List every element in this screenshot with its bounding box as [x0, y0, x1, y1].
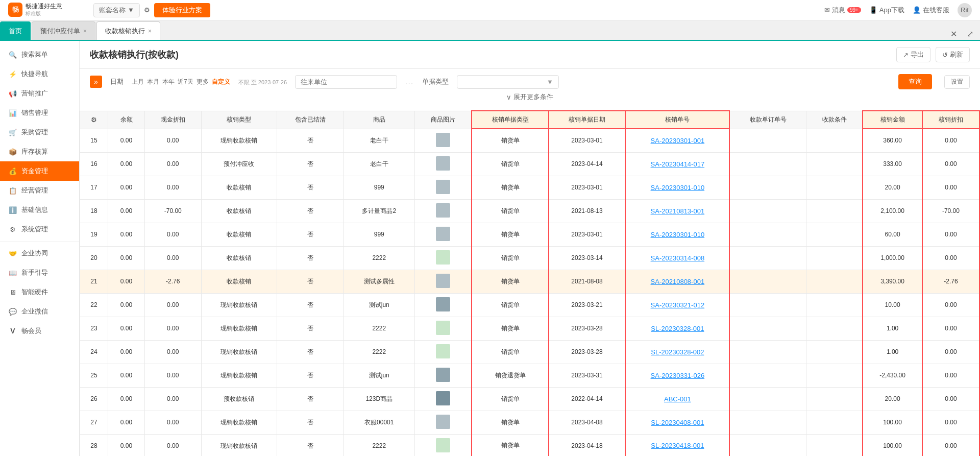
export-button[interactable]: ↗ 导出	[896, 47, 930, 62]
sidebar-label-management: 经营管理	[21, 186, 48, 195]
cell-amount: 20.00	[863, 387, 922, 411]
account-selector[interactable]: 账套名称 ▼	[93, 3, 140, 17]
receipt-type-select[interactable]: ▼	[457, 75, 559, 89]
date-range-text: 不限 至 2023-07-26	[238, 79, 287, 86]
date-more[interactable]: 更多	[197, 78, 209, 86]
th-goods: 商品	[344, 111, 415, 129]
cell-amount: 1.00	[863, 340, 922, 364]
from-unit-input[interactable]	[295, 75, 397, 89]
table-row: 26 0.00 0.00 预收款核销 否 123D商品 销货单 2022-04-…	[80, 387, 980, 411]
cell-doc-no[interactable]: SL-20230328-001	[625, 317, 729, 340]
cell-include-cleared: 否	[277, 129, 344, 152]
sidebar-item-management[interactable]: 📋 经营管理	[0, 181, 79, 200]
tab-prepay[interactable]: 预付冲应付单 ×	[32, 21, 95, 40]
cell-doc-no[interactable]: SA-20230414-017	[625, 152, 729, 176]
date-last-month[interactable]: 上月	[132, 78, 144, 86]
sidebar-item-search[interactable]: 🔍 搜索菜单	[0, 45, 79, 64]
logo-icon: 畅	[8, 3, 22, 17]
top-right: ✉ 消息 99+ 📱 App下载 👤 在线客服 Rit	[824, 3, 972, 17]
writeoff-tab-close[interactable]: ×	[148, 28, 152, 35]
app-icon: 📱	[869, 6, 877, 14]
th-include-cleared: 包含已结清	[277, 111, 344, 129]
cell-doc-no[interactable]: SL-20230328-002	[625, 340, 729, 364]
cell-goods-img	[415, 176, 472, 199]
cell-goods: 2222	[344, 434, 415, 456]
sidebar-item-purchase[interactable]: 🛒 采购管理	[0, 123, 79, 142]
cell-goods: 2222	[344, 340, 415, 364]
cell-cash-discount: 0.00	[145, 364, 201, 387]
table-wrapper: ⚙ 余额 现金折扣 核销类型 包含已结清 商品 商品图片 核销单据类型 核销单据…	[80, 110, 980, 456]
user-avatar[interactable]: Rit	[958, 3, 972, 17]
tab-writeoff[interactable]: 收款核销执行 ×	[96, 21, 160, 40]
message-item[interactable]: ✉ 消息 99+	[824, 6, 861, 15]
sidebar-item-sales[interactable]: 📊 销售管理	[0, 103, 79, 123]
cell-writeoff-type: 现销收款核销	[201, 364, 277, 387]
refresh-button[interactable]: ↺ 刷新	[936, 47, 970, 62]
sidebar-item-system[interactable]: ⚙ 系统管理	[0, 220, 79, 239]
cell-receipt-order	[729, 152, 806, 176]
tab-maximize[interactable]: ⤢	[964, 28, 976, 40]
date-this-month[interactable]: 本月	[147, 78, 159, 86]
member-icon: V	[8, 326, 17, 335]
data-table: ⚙ 余额 现金折扣 核销类型 包含已结清 商品 商品图片 核销单据类型 核销单据…	[80, 110, 980, 456]
th-settings[interactable]: ⚙	[80, 111, 108, 129]
sidebar-item-member[interactable]: V 畅会员	[0, 321, 79, 341]
date-custom[interactable]: 自定义	[212, 78, 230, 86]
cell-goods-img	[415, 364, 472, 387]
sidebar-item-guide[interactable]: 📖 新手引导	[0, 263, 79, 282]
wechat-icon: 💬	[8, 307, 17, 316]
cell-doc-no[interactable]: SL-20230408-001	[625, 411, 729, 434]
table-row: 25 0.00 0.00 现销收款核销 否 测试jun 销货退货单 2023-0…	[80, 364, 980, 387]
cell-doc-no[interactable]: SA-20230301-001	[625, 129, 729, 152]
sidebar-item-finance[interactable]: 💰 资金管理	[0, 161, 79, 181]
sidebar-label-wechat: 企业微信	[21, 307, 48, 316]
tab-home[interactable]: 首页	[0, 21, 31, 40]
table-header: ⚙ 余额 现金折扣 核销类型 包含已结清 商品 商品图片 核销单据类型 核销单据…	[80, 111, 980, 129]
cell-doc-no[interactable]: SA-20230321-012	[625, 293, 729, 317]
cell-doc-no[interactable]: SA-20230331-026	[625, 364, 729, 387]
industry-button[interactable]: 体验行业方案	[154, 3, 210, 17]
cell-doc-no[interactable]: ABC-001	[625, 387, 729, 411]
hardware-icon: 🖥	[8, 287, 17, 297]
cell-receipt-cond	[806, 199, 863, 223]
cell-num: 15	[80, 129, 108, 152]
sidebar-item-hardware[interactable]: 🖥 智能硬件	[0, 282, 79, 302]
gear-icon[interactable]: ⚙	[144, 6, 150, 14]
cell-doc-no[interactable]: SA-20210813-001	[625, 199, 729, 223]
sidebar-item-basic[interactable]: ℹ️ 基础信息	[0, 200, 79, 220]
cell-receipt-order	[729, 223, 806, 246]
sidebar-item-quicknav[interactable]: ⚡ 快捷导航	[0, 64, 79, 84]
table-row: 22 0.00 0.00 现销收款核销 否 测试jun 销货单 2023-03-…	[80, 293, 980, 317]
cell-amount: 2,100.00	[863, 199, 922, 223]
sidebar-label-sales: 销售管理	[21, 108, 48, 117]
tab-close-all[interactable]: ✕	[947, 28, 960, 40]
online-service-item[interactable]: 👤 在线客服	[913, 6, 949, 15]
marketing-icon: 📢	[8, 89, 17, 98]
prepay-tab-close[interactable]: ×	[83, 28, 87, 35]
cell-receipt-order	[729, 176, 806, 199]
sidebar-item-inventory[interactable]: 📦 库存核算	[0, 142, 79, 161]
cell-doc-type: 销货单	[472, 199, 549, 223]
management-icon: 📋	[8, 186, 17, 195]
cell-doc-no[interactable]: SL-20230418-001	[625, 434, 729, 456]
query-button[interactable]: 查询	[898, 74, 932, 89]
cell-writeoff-type: 现销收款核销	[201, 129, 277, 152]
sidebar-item-cooperation[interactable]: 🤝 企业协同	[0, 244, 79, 263]
date-this-year[interactable]: 本年	[162, 78, 175, 86]
settings-button[interactable]: 设置	[944, 75, 970, 89]
th-balance: 余额	[108, 111, 145, 129]
cell-discount: 0.00	[922, 364, 979, 387]
app-download-item[interactable]: 📱 App下载	[869, 6, 904, 15]
cell-receipt-order	[729, 129, 806, 152]
date-7days[interactable]: 近7天	[178, 78, 193, 86]
expand-more-button[interactable]: ∨ 展开更多条件	[506, 92, 553, 102]
cell-doc-no[interactable]: SA-20230301-010	[625, 176, 729, 199]
cell-goods: 测试jun	[344, 293, 415, 317]
filter-toggle-button[interactable]: »	[90, 76, 102, 88]
cell-doc-no[interactable]: SA-20230301-010	[625, 223, 729, 246]
dropdown-icon: ▼	[128, 6, 134, 14]
sidebar-item-wechat[interactable]: 💬 企业微信	[0, 302, 79, 321]
cell-doc-no[interactable]: SA-20230314-008	[625, 246, 729, 270]
sidebar-item-marketing[interactable]: 📢 营销推广	[0, 84, 79, 103]
cell-doc-no[interactable]: SA-20210808-001	[625, 270, 729, 293]
